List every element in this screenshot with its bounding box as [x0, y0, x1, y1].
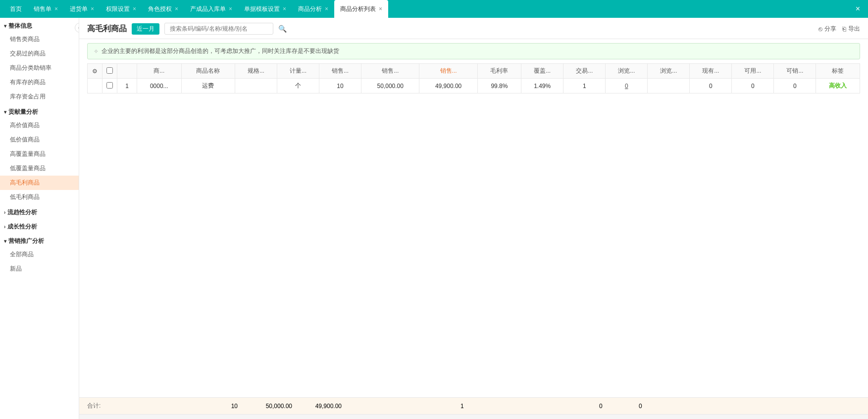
close-role-auth[interactable]: × [175, 5, 178, 12]
nav-product-instock[interactable]: 产成品入库单 × [184, 0, 238, 18]
col-header-gross-margin[interactable]: 毛利率 [477, 64, 521, 79]
share-button[interactable]: ⎋ 分享 [818, 25, 836, 33]
table-row: 1 0000... 运费 个 10 50,000.00 49,900.00 99… [88, 79, 860, 93]
sidebar-group-overall[interactable]: ▾ 整体信息 [0, 18, 79, 32]
cell-trade: 1 [563, 79, 606, 93]
sidebar-item-high-value[interactable]: 高价值商品 [0, 118, 79, 133]
cell-browse2 [648, 79, 690, 93]
arrow-trend: › [4, 210, 5, 215]
col-header-no [117, 64, 137, 79]
sidebar-item-new-goods[interactable]: 新品 [0, 262, 79, 276]
sidebar-item-all-goods[interactable]: 全部商品 [0, 247, 79, 262]
col-header-spec[interactable]: 规格... [235, 64, 277, 79]
cell-sales-qty: 10 [319, 79, 361, 93]
col-header-trade[interactable]: 交易... [563, 64, 606, 79]
close-permission-settings[interactable]: × [133, 5, 136, 12]
close-product-analysis[interactable]: × [325, 5, 328, 12]
nav-home[interactable]: 首页 [4, 0, 28, 18]
table-wrapper[interactable]: ⚙ 商... 商品名称 规格... [79, 63, 868, 397]
col-header-unit[interactable]: 计量... [277, 64, 319, 79]
export-button[interactable]: ⎗ 导出 [842, 25, 860, 33]
footer-totals: 合计: 10 50,000.00 49,900.00 1 0 0 [79, 397, 868, 414]
sidebar: « ▾ 整体信息 销售类商品 交易过的商品 商品分类助销率 有库存的商品 库存资… [0, 18, 79, 419]
col-header-available-stock[interactable]: 可用... [732, 64, 774, 79]
col-header-sales-cost[interactable]: 销售... [419, 64, 477, 79]
cell-code: 0000... [137, 79, 182, 93]
search-input[interactable] [164, 23, 273, 35]
col-header-check[interactable] [102, 64, 117, 79]
cell-unit: 个 [277, 79, 319, 93]
col-header-saleable-stock[interactable]: 可销... [774, 64, 816, 79]
export-icon: ⎗ [842, 25, 846, 33]
browse1-link[interactable]: 0 [625, 83, 628, 90]
settings-icon: ⚙ [92, 68, 98, 75]
cell-sales-amount: 50,000.00 [361, 79, 419, 93]
data-table: ⚙ 商... 商品名称 规格... [87, 63, 860, 93]
cell-spec [235, 79, 277, 93]
sidebar-item-low-margin[interactable]: 低毛利商品 [0, 190, 79, 204]
content-area: 高毛利商品 近一月 🔍 ⎋ 分享 ⎗ 导出 ✧ 企业的主要的利润都是这部分商品创… [79, 18, 868, 419]
footer-sales-cost: 49,900.00 [308, 403, 348, 410]
sidebar-item-high-margin[interactable]: 高毛利商品 [0, 176, 79, 190]
period-button[interactable]: 近一月 [132, 23, 159, 35]
close-sales-order[interactable]: × [54, 5, 58, 12]
col-header-coverage[interactable]: 覆盖... [521, 64, 563, 79]
col-header-name[interactable]: 商品名称 [181, 64, 235, 79]
col-header-settings[interactable]: ⚙ [88, 64, 102, 79]
nav-template-settings[interactable]: 单据模板设置 × [238, 0, 292, 18]
cell-saleable-stock: 0 [774, 79, 816, 93]
sidebar-item-category-sales-rate[interactable]: 商品分类助销率 [0, 61, 79, 75]
sidebar-item-in-stock-goods[interactable]: 有库存的商品 [0, 75, 79, 90]
arrow-marketing: ▾ [4, 238, 6, 244]
info-banner: ✧ 企业的主要的利润都是这部分商品创造的，可考虑加大推广，同时关注库存是不要出现… [87, 43, 860, 59]
footer-sales-qty: 10 [219, 403, 249, 410]
nav-role-auth[interactable]: 角色授权 × [142, 0, 184, 18]
sidebar-group-growth[interactable]: › 成长性分析 [0, 219, 79, 233]
close-product-analysis-list[interactable]: × [379, 5, 382, 12]
col-header-sales-amount[interactable]: 销售... [361, 64, 419, 79]
cell-current-stock: 0 [690, 79, 732, 93]
bottom-scrollbar[interactable] [79, 414, 868, 419]
sidebar-item-traded-goods[interactable]: 交易过的商品 [0, 47, 79, 61]
arrow-growth: › [4, 224, 5, 230]
nav-permission-settings[interactable]: 权限设置 × [100, 0, 142, 18]
tip-icon: ✧ [94, 48, 99, 55]
sidebar-item-low-coverage[interactable]: 低覆盖量商品 [0, 161, 79, 176]
col-header-current-stock[interactable]: 现有... [690, 64, 732, 79]
col-header-code[interactable]: 商... [137, 64, 182, 79]
sidebar-item-stock-capital[interactable]: 库存资金占用 [0, 90, 79, 104]
arrow-overall: ▾ [4, 23, 6, 29]
main-layout: « ▾ 整体信息 销售类商品 交易过的商品 商品分类助销率 有库存的商品 库存资… [0, 18, 868, 419]
close-purchase-order[interactable]: × [91, 5, 94, 12]
sidebar-item-low-value[interactable]: 低价值商品 [0, 133, 79, 147]
cell-settings [88, 79, 102, 93]
col-header-tag[interactable]: 标签 [816, 64, 860, 79]
footer-trade: 1 [447, 403, 477, 410]
sidebar-item-sales-goods[interactable]: 销售类商品 [0, 32, 79, 47]
search-button[interactable]: 🔍 [278, 25, 287, 33]
close-product-instock[interactable]: × [229, 5, 232, 12]
sidebar-item-high-coverage[interactable]: 高覆盖量商品 [0, 147, 79, 161]
nav-product-analysis-list[interactable]: 商品分析列表 × [334, 0, 388, 18]
select-all-checkbox[interactable] [106, 67, 113, 74]
header-actions: ⎋ 分享 ⎗ 导出 [818, 25, 860, 33]
page-title: 高毛利商品 [87, 24, 127, 34]
cell-check[interactable] [102, 79, 117, 93]
sidebar-group-contribution[interactable]: ▾ 贡献量分析 [0, 104, 79, 118]
nav-purchase-order[interactable]: 进货单 × [64, 0, 100, 18]
close-all-tabs[interactable]: × [852, 4, 864, 13]
sidebar-group-marketing[interactable]: ▾ 营销推广分析 [0, 233, 79, 247]
footer-current-stock: 0 [586, 403, 615, 410]
col-header-browse2[interactable]: 浏览... [648, 64, 690, 79]
cell-sales-cost: 49,900.00 [419, 79, 477, 93]
row-checkbox[interactable] [106, 82, 113, 89]
col-header-browse1[interactable]: 浏览... [606, 64, 648, 79]
tag-badge: 高收入 [829, 82, 847, 89]
nav-sales-order[interactable]: 销售单 × [28, 0, 64, 18]
close-template-settings[interactable]: × [283, 5, 286, 12]
col-header-sales-qty[interactable]: 销售... [319, 64, 361, 79]
sidebar-group-trend[interactable]: › 流趋性分析 [0, 204, 79, 219]
cell-browse1[interactable]: 0 [606, 79, 648, 93]
table-header-row: ⚙ 商... 商品名称 规格... [88, 64, 860, 79]
nav-product-analysis[interactable]: 商品分析 × [292, 0, 334, 18]
